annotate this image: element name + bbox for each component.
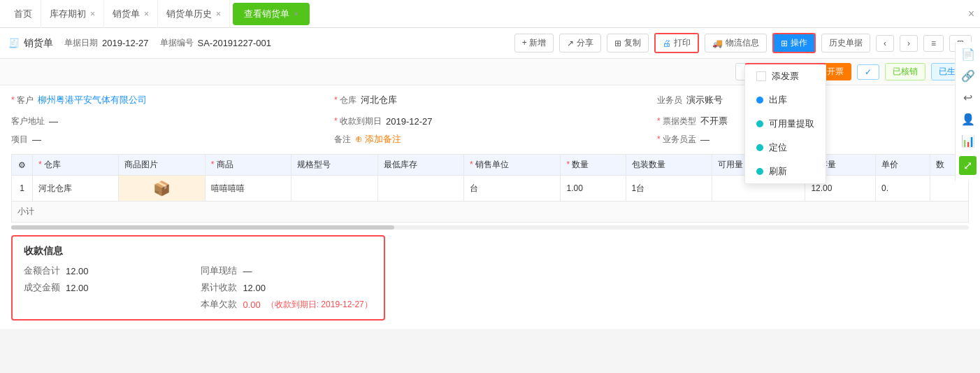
tab-home[interactable]: 首页: [6, 0, 41, 28]
next-button[interactable]: ›: [900, 35, 918, 52]
tab-bar: 首页 库存期初 × 销货单 × 销货单历史 × 查看销货单 × ×: [0, 0, 980, 28]
print-icon: 🖨: [663, 38, 671, 48]
note-label: 备注: [334, 134, 351, 146]
outbound-item[interactable]: 出库: [745, 88, 826, 112]
doc-icon: 🧾: [8, 38, 20, 48]
row-spec: [291, 176, 377, 202]
sidebar-back-icon[interactable]: ↩: [963, 91, 972, 104]
due-date-value: 2019-12-27: [386, 116, 433, 127]
row-quantity: 1.00: [561, 176, 626, 202]
col-gear[interactable]: ⚙: [12, 155, 33, 176]
sidebar-user-icon[interactable]: 👤: [961, 113, 975, 126]
sidebar-link-icon[interactable]: 🔗: [961, 69, 975, 83]
note-add[interactable]: ⊕ 添加备注: [355, 133, 401, 146]
add-invoice-checkbox[interactable]: [756, 71, 766, 81]
total-amount-row: 金额合计 12.00: [24, 265, 195, 277]
staff-label: 业务员: [657, 94, 682, 106]
cumulative-row: 累计收款 12.00: [201, 281, 372, 294]
ticket-type-value: 不开票: [700, 115, 728, 127]
row-product: 嘻嘻嘻嘻: [205, 176, 291, 202]
warehouse-field: 仓库 河北仓库: [334, 94, 646, 106]
logistics-button[interactable]: 🚚 物流信息: [705, 34, 767, 52]
history-button[interactable]: 历史单据: [821, 34, 870, 52]
staff-value: 演示账号: [686, 94, 723, 106]
col-unit: 销售单位: [463, 155, 561, 176]
tab-inventory[interactable]: 库存期初 ×: [41, 0, 104, 28]
sidebar-chart-icon[interactable]: 📊: [961, 134, 975, 148]
doc-no-value: SA-20191227-001: [198, 38, 272, 48]
row-image: 📦: [119, 176, 205, 202]
add-button[interactable]: + 新增: [514, 34, 554, 52]
warehouse-value: 河北仓库: [361, 94, 397, 106]
warehouse-label: 仓库: [334, 94, 356, 106]
copy-button[interactable]: ⊞ 复制: [607, 34, 649, 52]
project-field: 项目 —: [11, 133, 323, 146]
same-order-row: 同单现结 —: [201, 265, 372, 277]
tab-inventory-close[interactable]: ×: [90, 9, 95, 19]
subtotal-label: 小计: [12, 202, 969, 223]
total-amount-value: 12.00: [66, 266, 89, 276]
due-date-field: 收款到期日 2019-12-27: [334, 115, 646, 127]
customer-value[interactable]: 柳州粤港平安气体有限公司: [38, 94, 147, 106]
scrollbar-thumb: [11, 225, 394, 230]
sidebar-expand-icon[interactable]: ⤢: [959, 156, 977, 175]
doc-no-label: 单据编号: [160, 37, 194, 49]
address-label: 客户地址: [11, 115, 45, 127]
tab-sales[interactable]: 销货单 ×: [104, 0, 158, 28]
col-pack-qty: 包装数量: [626, 155, 712, 176]
tab-sales-history[interactable]: 销货单历史 ×: [158, 0, 230, 28]
transaction-value: 12.00: [66, 283, 89, 293]
customer-field: 客户 柳州粤港平安气体有限公司: [11, 94, 323, 106]
share-icon: ↗: [567, 38, 574, 48]
status-sold: 已核销: [885, 63, 925, 80]
doc-actions: + 新增 ↗ 分享 ⊞ 复制 🖨 打印 🚚 物流信息 ⊞ 操作 历史单据 ‹ ›…: [514, 33, 972, 53]
balance-row: 本单欠款 0.00 （收款到期日: 2019-12-27）: [201, 298, 372, 311]
share-button[interactable]: ↗ 分享: [559, 34, 601, 52]
sidebar-doc-icon[interactable]: 📄: [961, 48, 975, 61]
print-button[interactable]: 🖨 打印: [654, 33, 699, 53]
locate-dot: [756, 144, 763, 151]
tab-view-sales[interactable]: 查看销货单 ×: [233, 3, 310, 25]
operation-dropdown: 添发票 出库 可用量提取 定位 刷新: [744, 63, 826, 184]
bottom-section: 收款信息 金额合计 12.00 同单现结 — 成交金额 12.00 累计收款 1…: [11, 235, 969, 321]
note-field: 备注 ⊕ 添加备注: [334, 133, 646, 146]
op-icon: ⊞: [781, 38, 788, 48]
plus-icon: ⊕: [355, 134, 362, 144]
operation-button[interactable]: ⊞ 操作: [772, 33, 816, 53]
payment-grid: 金额合计 12.00 同单现结 — 成交金额 12.00 累计收款 12.00 …: [24, 265, 373, 311]
col-spec: 规格型号: [291, 155, 377, 176]
toolbar: 📱 来自手机 ● 未开票 ✓ 已核销 已生效: [0, 59, 980, 85]
prev-button[interactable]: ‹: [876, 35, 894, 52]
confirm-icon: ✓: [865, 67, 872, 77]
tab-sales-close[interactable]: ×: [144, 9, 149, 19]
tab-view-sales-close[interactable]: ×: [294, 9, 298, 19]
col-product: 商品: [205, 155, 291, 176]
total-amount-label: 金额合计: [24, 265, 60, 277]
doc-date-value: 2019-12-27: [102, 38, 149, 48]
ticket-type-label: 票据类型: [657, 115, 696, 127]
same-order-value: —: [243, 266, 252, 276]
tab-sales-history-close[interactable]: ×: [216, 9, 221, 19]
refresh-dot: [756, 168, 763, 175]
address-field: 客户地址 —: [11, 115, 323, 127]
available-qty-item[interactable]: 可用量提取: [745, 112, 826, 136]
doc-meta: 单据日期 2019-12-27 单据编号 SA-20191227-001: [64, 37, 271, 49]
col-price: 单价: [876, 155, 930, 176]
add-invoice-item[interactable]: 添发票: [745, 64, 826, 88]
row-pack-qty: 1台: [626, 176, 712, 202]
doc-date-label: 单据日期: [64, 37, 98, 49]
doc-header: 🧾 销货单 单据日期 2019-12-27 单据编号 SA-20191227-0…: [0, 28, 980, 59]
row-price: 0.: [876, 176, 930, 202]
main-content: 客户 柳州粤港平安气体有限公司 仓库 河北仓库 业务员 演示账号 客户地址 — …: [0, 85, 980, 329]
project-value: —: [32, 134, 41, 145]
table-scrollbar[interactable]: [11, 225, 969, 230]
available-qty-dot: [756, 120, 763, 127]
confirm-button[interactable]: ✓: [857, 64, 879, 80]
same-order-label: 同单现结: [201, 265, 237, 277]
col-warehouse: 仓库: [33, 155, 119, 176]
refresh-item[interactable]: 刷新: [745, 160, 826, 183]
transaction-row: 成交金额 12.00: [24, 281, 195, 294]
global-close[interactable]: ×: [968, 8, 974, 20]
locate-item[interactable]: 定位: [745, 136, 826, 160]
list-view-button[interactable]: ≡: [923, 35, 944, 52]
